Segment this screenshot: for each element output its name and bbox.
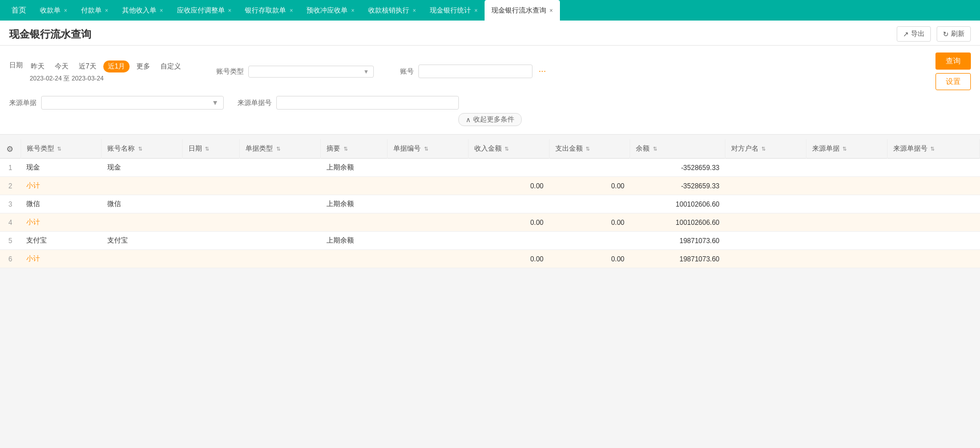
source-doc-num-field: 来源单据号 xyxy=(237,96,459,110)
source-doc-select[interactable]: ▼ xyxy=(41,96,224,110)
nav-home[interactable]: 首页 xyxy=(5,5,33,15)
date-opt-7days[interactable]: 近7天 xyxy=(75,60,100,72)
close-icon[interactable]: × xyxy=(289,7,293,14)
col-doc-type[interactable]: 单据类型 ⇅ xyxy=(240,139,321,159)
col-doc-no[interactable]: 单据编号 ⇅ xyxy=(388,139,469,159)
source-doc-num-label: 来源单据号 xyxy=(237,98,272,108)
row-num-cell: 3 xyxy=(0,195,21,213)
source-doc-num-input[interactable] xyxy=(276,96,459,110)
sort-icon: ⇅ xyxy=(276,146,281,152)
income-cell: 0.00 xyxy=(468,213,549,232)
account-name-cell xyxy=(102,250,183,268)
close-icon[interactable]: × xyxy=(105,7,108,14)
doc-no-cell xyxy=(388,177,469,195)
gear-icon[interactable]: ⚙ xyxy=(6,144,14,154)
close-icon[interactable]: × xyxy=(64,7,67,14)
account-type-cell: 现金 xyxy=(21,159,102,177)
counterparty-cell xyxy=(725,177,806,195)
doc-no-cell xyxy=(388,250,469,268)
col-date[interactable]: 日期 ⇅ xyxy=(183,139,240,159)
doc-no-cell xyxy=(388,159,469,177)
expense-cell: 0.00 xyxy=(549,250,630,268)
nav-tab-shoukuanhexiao[interactable]: 收款核销执行 × xyxy=(361,0,423,21)
nav-tab-fukuandan[interactable]: 付款单 × xyxy=(74,0,115,21)
row-num-cell: 5 xyxy=(0,232,21,250)
chevron-up-icon: ∧ xyxy=(466,116,471,124)
income-cell xyxy=(468,159,549,177)
date-opt-today[interactable]: 今天 xyxy=(51,60,72,72)
account-type-cell: 小计 xyxy=(21,213,102,232)
nav-tab-shoukuandan[interactable]: 收款单 × xyxy=(33,0,74,21)
close-icon[interactable]: × xyxy=(160,7,163,14)
date-opt-more[interactable]: 更多 xyxy=(133,60,154,72)
collapse-button[interactable]: ∧ 收起更多条件 xyxy=(458,113,522,126)
page-header: 现金银行流水查询 ↗ 导出 ↻ 刷新 xyxy=(0,21,980,46)
sort-icon: ⇅ xyxy=(57,146,62,152)
close-icon[interactable]: × xyxy=(474,7,478,14)
expense-cell xyxy=(549,195,630,213)
col-summary[interactable]: 摘要 ⇅ xyxy=(321,139,388,159)
sort-icon: ⇅ xyxy=(344,146,348,152)
nav-tab-yinhangcunqu[interactable]: 银行存取款单 × xyxy=(238,0,300,21)
summary-cell: 上期余额 xyxy=(321,159,388,177)
col-income[interactable]: 收入金额 ⇅ xyxy=(468,139,549,159)
source-doc-no-cell xyxy=(887,195,979,213)
nav-tab-liushui[interactable]: 现金银行流水查询 × xyxy=(485,0,560,21)
date-opt-custom[interactable]: 自定义 xyxy=(157,60,184,72)
query-button[interactable]: 查询 xyxy=(935,53,971,70)
nav-tab-yingshouyingfu[interactable]: 应收应付调整单 × xyxy=(170,0,239,21)
account-input[interactable] xyxy=(418,64,533,78)
balance-cell: 100102606.60 xyxy=(630,195,725,213)
filter-row-2: 来源单据 ▼ 来源单据号 xyxy=(9,96,971,110)
sort-icon: ⇅ xyxy=(424,146,429,152)
table-body: 1现金现金上期余额-3528659.332小计0.000.00-3528659.… xyxy=(0,159,980,268)
summary-cell xyxy=(321,213,388,232)
summary-cell xyxy=(321,177,388,195)
row-num-cell: 4 xyxy=(0,213,21,232)
col-account-type[interactable]: 账号类型 ⇅ xyxy=(21,139,102,159)
close-icon[interactable]: × xyxy=(228,7,232,14)
account-type-select[interactable]: ▼ xyxy=(248,66,374,78)
nav-tab-yushou[interactable]: 预收冲应收单 × xyxy=(300,0,361,21)
row-num-cell: 1 xyxy=(0,159,21,177)
doc-no-cell xyxy=(388,232,469,250)
close-icon[interactable]: × xyxy=(413,7,416,14)
col-account-name[interactable]: 账号名称 ⇅ xyxy=(102,139,183,159)
col-source-doc[interactable]: 来源单据 ⇅ xyxy=(806,139,887,159)
date-cell xyxy=(183,250,240,268)
date-opt-1month[interactable]: 近1月 xyxy=(103,60,130,72)
sort-icon: ⇅ xyxy=(761,146,766,152)
account-type-label: 账号类型 xyxy=(216,67,244,76)
export-button[interactable]: ↗ 导出 xyxy=(897,26,931,42)
source-doc-cell xyxy=(806,250,887,268)
table-row: 1现金现金上期余额-3528659.33 xyxy=(0,159,980,177)
table-row: 3微信微信上期余额100102606.60 xyxy=(0,195,980,213)
balance-cell: -3528659.33 xyxy=(630,177,725,195)
source-doc-cell xyxy=(806,195,887,213)
close-icon[interactable]: × xyxy=(351,7,354,14)
date-opt-yesterday[interactable]: 昨天 xyxy=(27,60,48,72)
settings-button[interactable]: 设置 xyxy=(935,73,971,90)
dots-icon[interactable]: ··· xyxy=(538,66,546,76)
nav-tab-xianjinyinhang[interactable]: 现金银行统计 × xyxy=(423,0,485,21)
nav-tab-qitashouru[interactable]: 其他收入单 × xyxy=(115,0,170,21)
close-icon[interactable]: × xyxy=(550,7,553,14)
refresh-button[interactable]: ↻ 刷新 xyxy=(937,26,971,42)
income-cell xyxy=(468,232,549,250)
header-actions: ↗ 导出 ↻ 刷新 xyxy=(897,26,971,42)
account-name-cell: 支付宝 xyxy=(102,232,183,250)
col-source-doc-no[interactable]: 来源单据号 ⇅ xyxy=(887,139,979,159)
col-counterparty[interactable]: 对方户名 ⇅ xyxy=(725,139,806,159)
col-balance[interactable]: 余额 ⇅ xyxy=(630,139,725,159)
account-name-cell: 微信 xyxy=(102,195,183,213)
date-range-display: 2023-02-24 至 2023-03-24 xyxy=(30,74,184,83)
source-doc-cell xyxy=(806,232,887,250)
row-num-cell: 6 xyxy=(0,250,21,268)
summary-cell xyxy=(321,250,388,268)
col-gear: ⚙ xyxy=(0,139,21,159)
table-row: 5支付宝支付宝上期余额19871073.60 xyxy=(0,232,980,250)
source-doc-cell xyxy=(806,213,887,232)
counterparty-cell xyxy=(725,213,806,232)
income-cell: 0.00 xyxy=(468,250,549,268)
col-expense[interactable]: 支出金额 ⇅ xyxy=(549,139,630,159)
